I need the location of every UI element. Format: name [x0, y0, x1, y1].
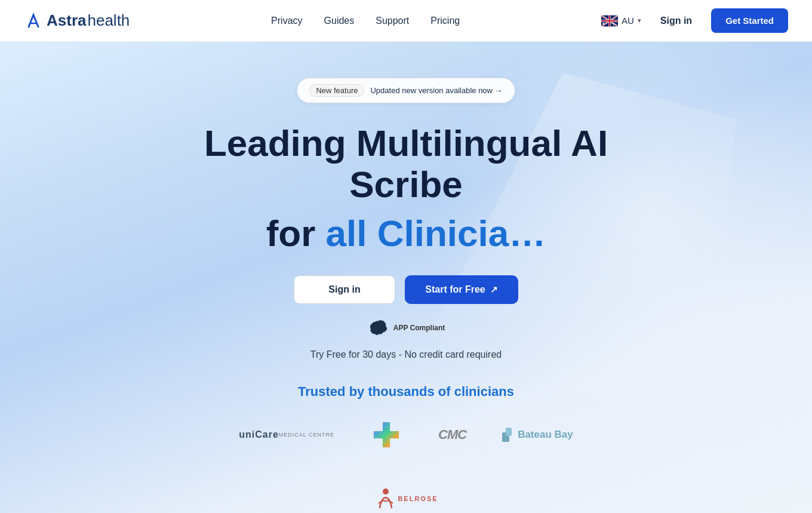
cmc-logo: CMC: [438, 427, 466, 443]
logo-link[interactable]: Astrahealth: [24, 11, 130, 30]
australia-icon: [367, 318, 389, 337]
cmc-text: CMC: [438, 427, 466, 443]
svg-point-15: [616, 24, 616, 24]
bateau-logo: Bateau Bay: [502, 428, 573, 442]
svg-rect-21: [506, 428, 512, 436]
nav-support[interactable]: Support: [376, 16, 409, 26]
bateau-icon: [502, 428, 513, 442]
nav-pricing[interactable]: Pricing: [430, 16, 460, 26]
country-label: AU: [622, 16, 634, 26]
unicare-sub: MEDICAL CENTRE: [279, 432, 334, 438]
nav-links: Privacy Guides Support Pricing: [271, 16, 460, 26]
feature-badge[interactable]: New feature Updated new version availabl…: [297, 78, 515, 103]
try-free-text: Try Free for 30 days - No credit card re…: [173, 349, 639, 360]
app-compliant-badge: APP Compliant: [173, 318, 639, 337]
belrose-logo: BELROSE: [374, 487, 438, 511]
hero-section: New feature Updated new version availabl…: [0, 42, 812, 513]
badge-link[interactable]: Updated new version available now →: [370, 86, 502, 95]
logo-astra-text: Astra: [47, 11, 86, 30]
get-started-button[interactable]: Get Started: [711, 8, 788, 33]
logo-icon: [24, 11, 43, 30]
badge-tag: New feature: [309, 84, 364, 97]
nav-right: AU ▾ Sign in Get Started: [601, 8, 788, 33]
svg-point-16: [613, 25, 614, 26]
title-colored: all Clinicia…: [326, 213, 546, 254]
svg-point-13: [613, 23, 614, 24]
svg-point-22: [383, 489, 389, 494]
nav-privacy[interactable]: Privacy: [271, 16, 302, 26]
multicolor-cross-logo: [370, 419, 402, 451]
svg-point-14: [616, 21, 616, 21]
unicare-logo: uniCare MEDICAL CENTRE: [239, 429, 334, 440]
chevron-down-icon: ▾: [638, 17, 641, 24]
hero-title-line2: for all Clinicia…: [173, 213, 639, 254]
trusted-heading: Trusted by thousands of clinicians: [173, 384, 639, 400]
hero-start-button[interactable]: Start for Free ↗: [405, 275, 518, 304]
arrow-icon: ↗: [490, 284, 498, 295]
hero-signin-button[interactable]: Sign in: [294, 275, 395, 304]
au-flag-icon: [601, 15, 618, 27]
hero-content: New feature Updated new version availabl…: [173, 78, 639, 511]
navbar: Astrahealth Privacy Guides Support Prici…: [0, 0, 812, 42]
belrose-figure-icon: [374, 487, 398, 511]
logo-health-text: health: [87, 11, 130, 30]
signin-button[interactable]: Sign in: [651, 11, 702, 31]
hero-buttons: Sign in Start for Free ↗: [173, 275, 639, 304]
svg-point-18: [602, 23, 604, 24]
unicare-title: uniCare: [239, 429, 279, 440]
country-selector[interactable]: AU ▾: [601, 15, 641, 27]
cross-icon: [370, 419, 402, 451]
nav-guides[interactable]: Guides: [324, 16, 355, 26]
belrose-text: BELROSE: [398, 495, 438, 502]
app-compliant-text: APP Compliant: [393, 324, 445, 333]
svg-point-19: [383, 322, 385, 324]
title-prefix: for: [266, 213, 326, 254]
start-button-label: Start for Free: [425, 284, 485, 295]
hero-title-line1: Leading Multilingual AI Scribe: [173, 122, 639, 205]
trusted-logos: uniCare MEDICAL CENTRE: [173, 419, 639, 511]
bateau-text: Bateau Bay: [518, 429, 573, 441]
svg-point-17: [611, 23, 612, 23]
